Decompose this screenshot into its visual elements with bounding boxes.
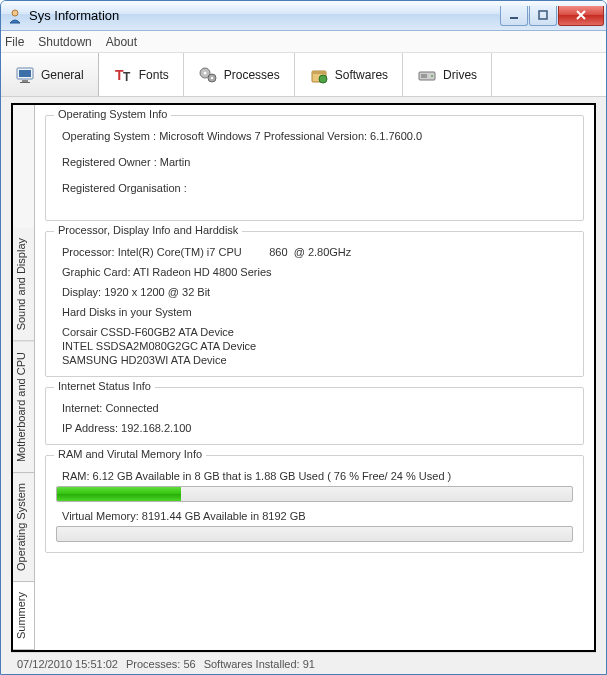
gears-icon [198,65,218,85]
ram-progressbar [56,486,573,502]
menu-file[interactable]: File [5,35,24,49]
toolbar: General TT Fonts Processes Softwares Dri… [1,53,606,97]
svg-rect-5 [22,80,28,82]
content-area: Summery Operating System Motherboard and… [1,97,606,674]
status-softwares: Softwares Installed: 91 [204,658,315,670]
mem-vmem: Virtual Memory: 8191.44 GB Available in … [62,510,573,522]
toolbar-fonts[interactable]: TT Fonts [99,53,184,96]
package-icon [309,65,329,85]
vertical-tabs: Summery Operating System Motherboard and… [13,105,35,650]
toolbar-drives[interactable]: Drives [403,53,492,96]
menu-about[interactable]: About [106,35,137,49]
toolbar-softwares[interactable]: Softwares [295,53,403,96]
net-ip: IP Address: 192.168.2.100 [62,422,573,434]
hw-cpu: Processor: Intel(R) Core(TM) i7 CPU 860 … [62,246,573,258]
group-hw-legend: Processor, Display Info and Harddisk [54,224,242,236]
os-line: Operating System : Microsoft Windows 7 P… [62,130,573,142]
hw-hdd2: INTEL SSDSA2M080G2GC ATA Device [62,340,573,352]
app-icon [7,8,23,24]
close-button[interactable] [558,6,604,26]
monitor-icon [15,65,35,85]
svg-rect-18 [421,74,427,78]
net-status: Internet: Connected [62,402,573,414]
vtab-sound-display[interactable]: Sound and Display [13,228,34,341]
menu-shutdown[interactable]: Shutdown [38,35,91,49]
svg-rect-2 [539,11,547,19]
svg-point-17 [431,75,433,77]
svg-point-10 [203,71,206,74]
mem-ram: RAM: 6.12 GB Available in 8 GB that is 1… [62,470,573,482]
hw-display: Display: 1920 x 1200 @ 32 Bit [62,286,573,298]
menubar: File Shutdown About [1,31,606,53]
ram-progress-fill [57,487,181,501]
vmem-progressbar [56,526,573,542]
status-datetime: 07/12/2010 15:51:02 [17,658,118,670]
group-memory-info: RAM and Virutal Memory Info RAM: 6.12 GB… [45,455,584,553]
content-frame: Summery Operating System Motherboard and… [11,103,596,652]
fonts-icon: TT [113,65,133,85]
toolbar-general-label: General [41,68,84,82]
group-net-legend: Internet Status Info [54,380,155,392]
hw-hdd1: Corsair CSSD-F60GB2 ATA Device [62,326,573,338]
toolbar-drives-label: Drives [443,68,477,82]
minimize-button[interactable] [500,6,528,26]
status-processes: Processes: 56 [126,658,196,670]
vtab-summery[interactable]: Summery [13,582,34,650]
toolbar-general[interactable]: General [1,53,99,96]
maximize-button[interactable] [529,6,557,26]
toolbar-processes-label: Processes [224,68,280,82]
svg-rect-6 [20,82,30,83]
group-internet-info: Internet Status Info Internet: Connected… [45,387,584,445]
toolbar-processes[interactable]: Processes [184,53,295,96]
titlebar[interactable]: Sys Information [1,1,606,31]
main-panel: Operating System Info Operating System :… [35,105,594,650]
svg-rect-1 [510,17,518,19]
toolbar-softwares-label: Softwares [335,68,388,82]
window-buttons [499,6,604,26]
os-org: Registered Organisation : [62,182,573,194]
hw-hdd3: SAMSUNG HD203WI ATA Device [62,354,573,366]
svg-point-0 [12,10,18,16]
group-os-legend: Operating System Info [54,108,171,120]
group-os-info: Operating System Info Operating System :… [45,115,584,221]
hw-gpu: Graphic Card: ATI Radeon HD 4800 Series [62,266,573,278]
group-hardware-info: Processor, Display Info and Harddisk Pro… [45,231,584,377]
svg-point-15 [319,75,327,83]
hw-hdd-label: Hard Disks in your System [62,306,573,318]
svg-text:T: T [123,70,131,84]
svg-rect-4 [19,70,31,77]
drive-icon [417,65,437,85]
window-title: Sys Information [29,8,499,23]
vtab-operating-system[interactable]: Operating System [13,473,34,582]
svg-point-12 [211,76,213,78]
window: Sys Information File Shutdown About Gene… [0,0,607,675]
toolbar-fonts-label: Fonts [139,68,169,82]
os-owner: Registered Owner : Martin [62,156,573,168]
group-mem-legend: RAM and Virutal Memory Info [54,448,206,460]
svg-rect-14 [312,71,326,74]
vtab-motherboard-cpu[interactable]: Motherboard and CPU [13,342,34,473]
statusbar: 07/12/2010 15:51:02 Processes: 56 Softwa… [11,652,596,674]
